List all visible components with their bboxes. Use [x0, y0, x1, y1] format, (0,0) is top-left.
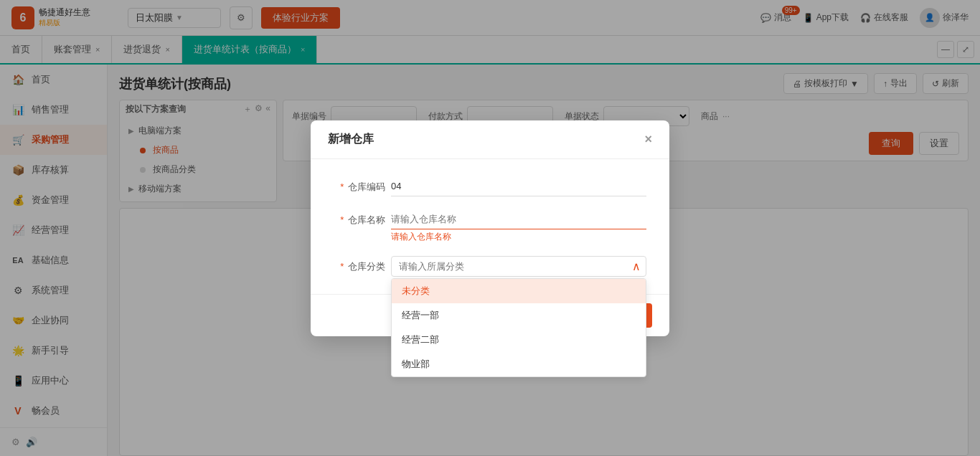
category-row: * 仓库分类 ∧ 未分类 经营一部 经营二部 物业部 — [334, 256, 646, 277]
name-input[interactable] — [391, 209, 646, 229]
code-input-wrapper — [391, 176, 646, 196]
modal-header: 新增仓库 × — [311, 120, 669, 159]
dropdown-item-0[interactable]: 未分类 — [392, 279, 646, 303]
category-label: * 仓库分类 — [334, 256, 391, 273]
modal-close-btn[interactable]: × — [644, 133, 652, 146]
modal-overlay: 新增仓库 × * 仓库编码 * 仓库名称 — [0, 0, 980, 456]
category-dropdown: 未分类 经营一部 经营二部 物业部 — [391, 278, 646, 377]
category-input-wrapper: ∧ 未分类 经营一部 经营二部 物业部 — [391, 256, 646, 277]
dropdown-item-3[interactable]: 物业部 — [392, 352, 646, 376]
code-input[interactable] — [391, 176, 646, 196]
category-input[interactable] — [391, 256, 646, 277]
category-select-wrapper: ∧ — [391, 256, 646, 277]
dropdown-item-1[interactable]: 经营一部 — [392, 303, 646, 328]
code-label: * 仓库编码 — [334, 176, 391, 194]
modal-title: 新增仓库 — [328, 132, 374, 147]
name-label: * 仓库名称 — [334, 209, 391, 227]
name-required-star: * — [340, 214, 344, 225]
new-warehouse-modal: 新增仓库 × * 仓库编码 * 仓库名称 — [311, 120, 669, 336]
name-row: * 仓库名称 请输入仓库名称 — [334, 209, 646, 243]
modal-body: * 仓库编码 * 仓库名称 请输入仓库名称 — [311, 159, 669, 294]
category-required-star: * — [340, 261, 344, 272]
name-error-text: 请输入仓库名称 — [391, 231, 646, 243]
code-required-star: * — [340, 181, 344, 192]
code-row: * 仓库编码 — [334, 176, 646, 196]
dropdown-item-2[interactable]: 经营二部 — [392, 328, 646, 352]
name-input-wrapper: 请输入仓库名称 — [391, 209, 646, 243]
